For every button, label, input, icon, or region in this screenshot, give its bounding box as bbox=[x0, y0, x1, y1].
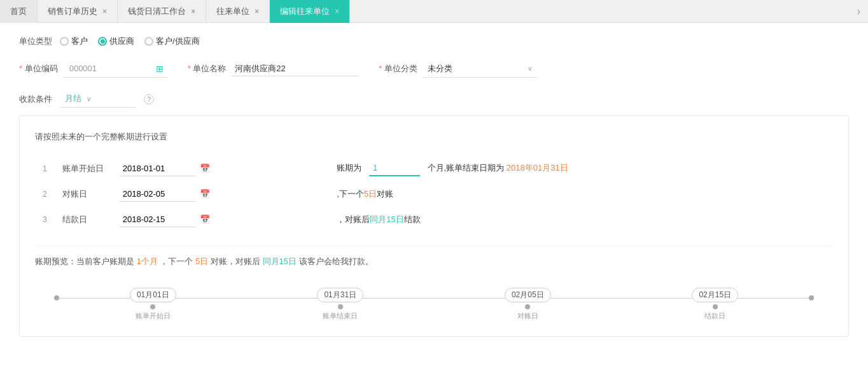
unit-type-row: 单位类型 客户 供应商 客户/供应商 bbox=[19, 36, 849, 47]
tab-partner-label: 往来单位 bbox=[216, 6, 249, 17]
unit-info-row: 单位编码 ⊞ 单位名称 单位分类 未分类 ∨ bbox=[19, 60, 849, 78]
unit-code-icon[interactable]: ⊞ bbox=[155, 64, 165, 74]
unit-code-group: 单位编码 ⊞ bbox=[19, 60, 167, 78]
timeline-badge-4: 02月15日 bbox=[692, 288, 738, 302]
tab-bar: 首页 销售订单历史 × 钱货日清工作台 × 往来单位 × 编辑往来单位 × › bbox=[0, 0, 868, 23]
unit-category-group: 单位分类 未分类 ∨ bbox=[379, 60, 537, 78]
unit-name-label: 单位名称 bbox=[188, 63, 227, 74]
timeline-dot-1 bbox=[150, 304, 155, 309]
step-2-label: 对账日 bbox=[55, 181, 111, 207]
unit-type-label: 单位类型 bbox=[19, 36, 52, 47]
billing-card: 请按照未来的一个完整帐期进行设置 1 账单开始日 📅 账期为 个月,账单结束日期… bbox=[19, 115, 849, 337]
unit-code-label: 单位编码 bbox=[19, 63, 58, 74]
step-1-date-input[interactable] bbox=[119, 161, 195, 176]
step-2-suffix: 对账 bbox=[377, 189, 393, 199]
tab-cash-work[interactable]: 钱货日清工作台 × bbox=[118, 0, 206, 23]
timeline: 01月01日 账单开始日 01月31日 账单结束日 02月05日 对账日 02月… bbox=[35, 288, 833, 321]
tab-expand-btn[interactable]: › bbox=[850, 6, 868, 17]
payment-row: 收款条件 月结 ∨ ? bbox=[19, 90, 849, 108]
timeline-label-1: 账单开始日 bbox=[136, 311, 171, 321]
unit-code-input[interactable] bbox=[66, 61, 155, 76]
step-2-date-cell: 📅 bbox=[111, 181, 330, 207]
radio-both[interactable]: 客户/供应商 bbox=[144, 36, 200, 47]
step-3-prefix: ，对账后 bbox=[337, 215, 370, 224]
preview-p3: 同月15日 bbox=[263, 257, 297, 266]
tab-home[interactable]: 首页 bbox=[0, 0, 38, 23]
unit-category-label: 单位分类 bbox=[379, 63, 417, 74]
step-3-highlight: 同月15日 bbox=[370, 215, 403, 224]
tab-partner[interactable]: 往来单位 × bbox=[206, 0, 270, 23]
unit-code-input-wrapper: ⊞ bbox=[63, 60, 167, 78]
main-content: 单位类型 客户 供应商 客户/供应商 单位编码 ⊞ bbox=[0, 23, 868, 387]
step-1-label: 账单开始日 bbox=[55, 155, 111, 181]
radio-both-circle bbox=[144, 37, 153, 46]
payment-value: 月结 bbox=[65, 93, 81, 104]
step-3-date-input[interactable] bbox=[119, 212, 195, 227]
tab-cash-work-label: 钱货日清工作台 bbox=[128, 6, 186, 17]
timeline-badge-3: 02月05日 bbox=[505, 288, 551, 302]
preview-p1: 1个月 bbox=[137, 257, 158, 266]
timeline-point-4: 02月15日 结款日 bbox=[622, 288, 809, 321]
radio-customer[interactable]: 客户 bbox=[60, 36, 88, 47]
timeline-dot-2 bbox=[338, 304, 343, 309]
step-2-row: 2 对账日 📅 ,下一个5日对账 bbox=[35, 181, 833, 207]
timeline-left-dot bbox=[54, 295, 59, 300]
radio-both-label: 客户/供应商 bbox=[156, 36, 200, 47]
tab-sales-history-close[interactable]: × bbox=[102, 7, 107, 16]
preview-mid1: ，下一个 bbox=[160, 257, 193, 266]
preview-section: 账期预览：当前客户账期是 1个月 ，下一个 5日 对账，对账后 同月15日 该客… bbox=[35, 245, 833, 278]
step-1-period-suffix: 个月,账单结束日期为 bbox=[428, 163, 505, 172]
tab-sales-history[interactable]: 销售订单历史 × bbox=[38, 0, 118, 23]
payment-label: 收款条件 bbox=[19, 94, 52, 105]
step-3-row: 3 结款日 📅 ，对账后同月15日结款 bbox=[35, 207, 833, 232]
preview-p2: 5日 bbox=[195, 257, 208, 266]
payment-arrow: ∨ bbox=[87, 95, 91, 102]
timeline-dot-4 bbox=[713, 304, 718, 309]
unit-category-dropdown[interactable]: 未分类 ∨ bbox=[423, 60, 537, 78]
unit-category-arrow: ∨ bbox=[528, 65, 532, 72]
step-1-row: 1 账单开始日 📅 账期为 个月,账单结束日期为 2018年01月31日 bbox=[35, 155, 833, 181]
radio-customer-circle bbox=[60, 37, 69, 46]
step-3-desc: ，对账后同月15日结款 bbox=[329, 207, 833, 232]
radio-supplier[interactable]: 供应商 bbox=[98, 36, 134, 47]
tab-home-label: 首页 bbox=[10, 6, 27, 17]
timeline-label-3: 对账日 bbox=[517, 311, 538, 321]
payment-dropdown[interactable]: 月结 ∨ bbox=[60, 90, 136, 108]
step-1-desc: 账期为 个月,账单结束日期为 2018年01月31日 bbox=[329, 155, 833, 181]
payment-help-icon[interactable]: ? bbox=[144, 94, 154, 104]
step-1-end-date: 2018年01月31日 bbox=[507, 163, 568, 172]
step-1-num: 1 bbox=[35, 155, 55, 181]
step-1-date-cell: 📅 bbox=[111, 155, 330, 181]
calendar-icon-1[interactable]: 📅 bbox=[200, 164, 210, 173]
timeline-label-4: 结款日 bbox=[704, 311, 725, 321]
card-instruction: 请按照未来的一个完整帐期进行设置 bbox=[35, 131, 833, 143]
step-2-desc: ,下一个5日对账 bbox=[329, 181, 833, 207]
timeline-right-dot bbox=[809, 295, 814, 300]
radio-customer-label: 客户 bbox=[71, 36, 88, 47]
tab-partner-close[interactable]: × bbox=[255, 7, 259, 16]
step-1-period-input[interactable] bbox=[369, 160, 420, 176]
steps-table: 1 账单开始日 📅 账期为 个月,账单结束日期为 2018年01月31日 bbox=[35, 155, 833, 232]
preview-mid2: 对账，对账后 bbox=[211, 257, 260, 266]
preview-end: 该客户会给我打款。 bbox=[299, 257, 374, 266]
timeline-point-3: 02月05日 对账日 bbox=[434, 288, 622, 321]
tab-edit-partner-close[interactable]: × bbox=[335, 7, 339, 16]
step-3-num: 3 bbox=[35, 207, 55, 232]
calendar-icon-2[interactable]: 📅 bbox=[200, 189, 210, 199]
tab-edit-partner[interactable]: 编辑往来单位 × bbox=[270, 0, 350, 23]
step-3-suffix: 结款 bbox=[404, 215, 421, 224]
step-1-period-before: 账期为 bbox=[337, 163, 361, 172]
timeline-right-end bbox=[809, 288, 814, 300]
radio-supplier-circle bbox=[98, 37, 107, 46]
calendar-icon-3[interactable]: 📅 bbox=[200, 215, 210, 224]
step-2-date-input[interactable] bbox=[119, 186, 195, 202]
tab-edit-partner-label: 编辑往来单位 bbox=[280, 6, 330, 17]
timeline-left-end bbox=[54, 288, 59, 300]
timeline-label-2: 账单结束日 bbox=[323, 311, 358, 321]
unit-name-input[interactable] bbox=[231, 61, 358, 76]
tab-sales-history-label: 销售订单历史 bbox=[48, 6, 97, 17]
unit-type-radio-group: 客户 供应商 客户/供应商 bbox=[60, 36, 200, 47]
timeline-point-1: 01月01日 账单开始日 bbox=[59, 288, 247, 321]
tab-cash-work-close[interactable]: × bbox=[191, 7, 195, 16]
unit-name-group: 单位名称 bbox=[188, 61, 359, 76]
